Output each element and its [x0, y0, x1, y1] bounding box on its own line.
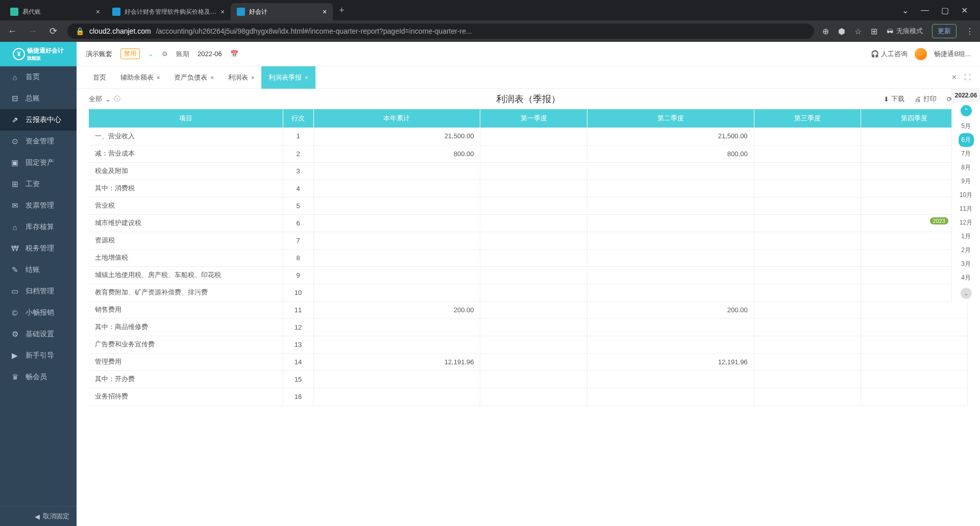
sidebar-item[interactable]: ✉ 发票管理 [0, 195, 77, 216]
fullscreen-icon[interactable]: ⛶ [964, 73, 971, 81]
reload-button[interactable]: ⟳ [47, 26, 59, 37]
rail-month[interactable]: 12月 [959, 216, 974, 230]
cell [480, 128, 587, 145]
rail-year[interactable]: 2022.06 [952, 89, 980, 102]
back-button[interactable]: ← [6, 26, 18, 37]
chevron-down-icon[interactable]: ⌄ [902, 6, 909, 15]
rail-month[interactable]: 9月 [959, 174, 974, 188]
page-tab[interactable]: 利润表× [221, 66, 261, 89]
forward-button[interactable]: → [27, 26, 39, 37]
rail-scroll-down[interactable]: ⌄ [961, 288, 972, 299]
gear-icon[interactable]: ⚙ [162, 50, 168, 58]
tab-close-icon[interactable]: × [157, 74, 160, 81]
close-icon[interactable]: ✕ [961, 6, 968, 15]
tab-close-icon[interactable]: × [305, 74, 308, 81]
table-row[interactable]: 管理费用1412,191.9612,191.96 [89, 353, 968, 370]
rail-month[interactable]: 8月 [959, 161, 974, 174]
table-row[interactable]: 税金及附加3 [89, 162, 968, 180]
page-tab[interactable]: 利润表季报× [261, 66, 315, 89]
table-row[interactable]: 其中：开办费15 [89, 370, 968, 388]
sidebar-item[interactable]: ▭ 归档管理 [0, 281, 77, 302]
page-tab[interactable]: 辅助余额表× [113, 66, 167, 89]
tab-close-icon[interactable]: × [96, 8, 100, 16]
page-tab[interactable]: 资产负债表× [167, 66, 220, 89]
tab-close-icon[interactable]: × [323, 8, 327, 16]
rail-month[interactable]: 3月 [961, 257, 971, 271]
sidebar-item[interactable]: ▣ 固定资产 [0, 152, 77, 173]
sidebar-collapse-button[interactable]: ◀ 取消固定 [0, 506, 77, 526]
table-row[interactable]: 减：营业成本2800.00800.00 [89, 145, 968, 162]
avatar[interactable] [915, 48, 927, 60]
sidebar-item[interactable]: ⊙ 资金管理 [0, 131, 77, 152]
rail-month[interactable]: 4月 [961, 271, 971, 285]
maximize-icon[interactable]: ▢ [941, 6, 949, 15]
username[interactable]: 畅捷通B组... [934, 49, 971, 59]
incognito-indicator[interactable]: 🕶 无痕模式 [887, 27, 923, 36]
new-tab-button[interactable]: + [333, 5, 351, 16]
calendar-icon[interactable]: 📅 [230, 50, 238, 58]
close-all-tabs-icon[interactable]: ✕ [951, 73, 957, 81]
sidebar-item[interactable]: ⊟ 总账 [0, 88, 77, 109]
table-row[interactable]: 城市维护建设税6 [89, 214, 968, 232]
zoom-icon[interactable]: ⊕ [822, 27, 829, 36]
support-button[interactable]: 🎧 人工咨询 [871, 49, 908, 59]
table-row[interactable]: 一、营业收入121,500.0021,500.00 [89, 128, 968, 145]
puzzle-icon[interactable]: ⊞ [871, 27, 877, 36]
sidebar-item[interactable]: ⌂ 首页 [0, 66, 77, 88]
sidebar-item[interactable]: ₩ 税务管理 [0, 238, 77, 259]
url-input[interactable]: 🔒 cloud2.chanjet.com /accounting/uh26t26… [67, 23, 814, 39]
browser-tab[interactable]: 好会计财务管理软件购买价格及… × [106, 3, 231, 20]
rail-month[interactable]: 6月 [959, 133, 974, 147]
filter-dropdown[interactable]: 全部 ⌄ ⓘ [89, 94, 120, 104]
browser-tab[interactable]: 易代账 × [4, 3, 106, 20]
sidebar-item[interactable]: ♛ 畅会员 [0, 366, 77, 388]
tab-close-icon[interactable]: × [251, 74, 254, 81]
table-row[interactable]: 业务招待费16 [89, 388, 968, 405]
tab-close-icon[interactable]: × [220, 8, 225, 16]
rail-month[interactable]: 11月 [959, 202, 974, 216]
table-row[interactable]: 销售费用11200.00200.00 [89, 301, 968, 318]
account-selector[interactable]: 演示账套 [86, 49, 112, 59]
sidebar-item[interactable]: ▶ 新手引导 [0, 345, 77, 366]
sidebar-item[interactable]: ⊞ 工资 [0, 173, 77, 195]
sidebar-item[interactable]: ✎ 结账 [0, 259, 77, 281]
print-button[interactable]: 🖨打印 [915, 94, 937, 104]
bookmark-icon[interactable]: ☆ [854, 27, 862, 36]
update-button[interactable]: 更新 [932, 24, 957, 38]
sidebar-item[interactable]: © 小畅报销 [0, 302, 77, 323]
rail-scroll-up[interactable]: ⌃ [961, 105, 972, 116]
logo[interactable]: ¥ 畅捷通好会计 旗舰版 [0, 42, 77, 66]
rail-month[interactable]: 2月 [961, 243, 971, 257]
nav-label: 税务管理 [26, 244, 54, 253]
rail-month[interactable]: 10月 [959, 188, 974, 202]
period-label: 账期 [176, 49, 189, 59]
minimize-icon[interactable]: — [921, 6, 929, 15]
rail-month[interactable]: 7月 [959, 147, 974, 161]
menu-icon[interactable]: ⋮ [966, 27, 974, 36]
table-row[interactable]: 土地增值税8 [89, 249, 968, 266]
browser-tab[interactable]: 好会计 × [231, 3, 333, 20]
table-row[interactable]: 广告费和业务宣传费13 [89, 336, 968, 353]
table-row[interactable]: 其中：商品维修费12 [89, 318, 968, 336]
cell: 其中：开办费 [89, 370, 283, 388]
sidebar-item[interactable]: ⚙ 基础设置 [0, 323, 77, 345]
cell: 减：营业成本 [89, 145, 283, 162]
chevron-down-icon[interactable]: ⌄ [148, 50, 154, 58]
rail-month[interactable]: 5月 [959, 119, 974, 133]
sidebar-item[interactable]: ⇗ 云报表中心 [0, 109, 77, 131]
table-row[interactable]: 资源税7 [89, 232, 968, 249]
cell [313, 370, 480, 388]
cell: 200.00 [313, 301, 480, 318]
table-row[interactable]: 其中：消费税4 [89, 180, 968, 197]
help-icon[interactable]: ⓘ [114, 94, 120, 104]
table-row[interactable]: 教育费附加、矿产资源补偿费、排污费10 [89, 284, 968, 301]
cell [754, 162, 861, 180]
table-row[interactable]: 城镇土地使用税、房产税、车船税、印花税9 [89, 266, 968, 284]
rail-month[interactable]: 1月 [961, 230, 971, 243]
sidebar-item[interactable]: ⌂ 库存核算 [0, 216, 77, 238]
table-row[interactable]: 营业税5 [89, 197, 968, 214]
page-tab[interactable]: 首页 [86, 66, 113, 89]
extension-icon[interactable]: ⬢ [838, 27, 845, 36]
download-button[interactable]: ⬇下载 [884, 94, 904, 104]
tab-close-icon[interactable]: × [210, 74, 213, 81]
